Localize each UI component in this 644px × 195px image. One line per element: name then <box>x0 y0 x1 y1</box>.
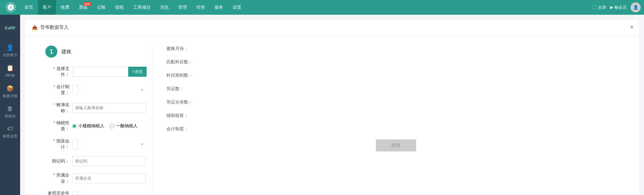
nav-item-service[interactable]: 服务 <box>210 0 228 15</box>
radio-general-input[interactable] <box>110 124 114 128</box>
vip-btn[interactable]: ▶ 畅会员 <box>610 5 627 10</box>
account-name-label: 账簿名称： <box>45 102 72 114</box>
panel-header: 📤 导爷数据导入 × <box>25 20 639 36</box>
info-match-subject: 匹配科目数： <box>166 59 626 65</box>
sidebar-item-all-clients[interactable]: 👤 全部客户 <box>0 41 20 60</box>
tax-type-row: 纳税性质： 小规模纳税人 一般纳税人 <box>45 120 146 132</box>
sidebar-item-tag-settings[interactable]: 🏷 标签设置 <box>0 123 20 141</box>
sidebar: EaRP 👤 全部客户 📋 0申报 📦 账套迁移 🗑 回收站 🏷 标签设置 <box>0 15 20 195</box>
close-button[interactable]: × <box>630 24 634 31</box>
memo-input[interactable] <box>72 156 146 166</box>
subject-init-label: 科目期初数： <box>166 72 197 78</box>
vip-icon: ▶ <box>610 5 613 10</box>
aux-accounting-label: 辅助核算： <box>166 113 197 119</box>
tag-icon: 🏷 <box>7 125 13 132</box>
account-system-row: 会计制度： <box>45 84 146 96</box>
info-aux-accounting: 辅助核算： <box>166 113 626 119</box>
trash-icon: 🗑 <box>7 105 13 112</box>
tax-type-label: 纳税性质： <box>45 120 72 132</box>
step-circle: 1 <box>45 46 57 58</box>
account-name-row: 账簿名称： <box>45 102 146 114</box>
step-label: 建账 <box>61 49 71 55</box>
info-voucher: 凭证数： <box>166 86 626 92</box>
radio-small-taxpayer[interactable]: 小规模纳税人 <box>72 123 104 129</box>
info-account-month: 建账月份： <box>166 46 626 52</box>
accountant-wrapper <box>72 139 146 149</box>
import-panel: 📤 导爷数据导入 × 1 建账 选择文件： +浏览 <box>25 20 639 195</box>
step-section: 1 建账 选择文件： +浏览 会计制度： <box>25 46 153 195</box>
account-name-input[interactable] <box>72 103 146 113</box>
people-icon: 👤 <box>6 44 14 51</box>
account-month-label: 建账月份： <box>166 46 197 52</box>
nav-item-message[interactable]: 消息 <box>155 0 174 15</box>
sidebar-item-label: 回收站 <box>5 114 16 119</box>
nav-item-fee[interactable]: 收费 <box>56 0 74 15</box>
nav-item-tax[interactable]: 报税 <box>110 0 129 15</box>
nav-item-invoice[interactable]: 票据 new <box>74 0 92 15</box>
nav-items: 首页 客户 收费 票据 new 记账 报税 工商项目 消息 管理 经营 服务 设… <box>20 0 593 15</box>
info-subject-init: 科目期初数： <box>166 72 626 78</box>
match-subject-label: 匹配科目数： <box>166 59 197 65</box>
nav-item-home[interactable]: 首页 <box>20 0 38 15</box>
sidebar-item-label: 0申报 <box>5 73 15 78</box>
nav-right: ⛶ 全屏 ▶ 畅会员 👤 <box>593 2 641 12</box>
new-badge: new <box>83 2 91 6</box>
radio-small-input[interactable] <box>72 124 77 128</box>
logo-circle <box>5 2 16 13</box>
file-row: 选择文件： +浏览 <box>45 66 146 78</box>
history-year-select[interactable] <box>72 191 78 195</box>
accounting-system-label: 会计制度： <box>166 126 197 132</box>
history-year-row: 参照历史年度： <box>45 190 146 195</box>
avatar[interactable]: 👤 <box>631 2 641 12</box>
account-system-wrapper <box>72 85 146 95</box>
panel-body: 1 建账 选择文件： +浏览 会计制度： <box>25 36 639 195</box>
sidebar-item-zero-declare[interactable]: 📋 0申报 <box>0 62 20 81</box>
info-voucher-entries: 凭证分录数： <box>166 99 626 105</box>
file-input[interactable] <box>72 67 128 77</box>
voucher-label: 凭证数： <box>166 86 197 92</box>
nav-item-business[interactable]: 工商项目 <box>129 0 155 15</box>
content: 📤 导爷数据导入 × 1 建账 选择文件： +浏览 <box>20 15 644 195</box>
panel-title: 导爷数据导入 <box>40 24 68 30</box>
history-year-wrapper <box>72 191 146 195</box>
account-system-select[interactable] <box>72 85 78 95</box>
main-layout: EaRP 👤 全部客户 📋 0申报 📦 账套迁移 🗑 回收站 🏷 标签设置 📤 … <box>0 15 644 195</box>
browse-button[interactable]: +浏览 <box>128 67 147 77</box>
company-row: 所属企业： <box>45 172 146 184</box>
nav-item-settings[interactable]: 设置 <box>228 0 246 15</box>
file-label: 选择文件： <box>45 66 72 78</box>
logo <box>3 0 18 15</box>
fullscreen-btn[interactable]: ⛶ 全屏 <box>593 5 606 10</box>
avatar-icon: 👤 <box>633 5 638 10</box>
create-account-button[interactable]: 建账 <box>376 139 416 151</box>
topnav: 首页 客户 收费 票据 new 记账 报税 工商项目 消息 管理 经营 服务 设… <box>0 0 644 15</box>
step-header: 1 建账 <box>45 46 146 58</box>
box-icon: 📦 <box>6 85 14 92</box>
sidebar-item-label: 标签设置 <box>3 134 17 139</box>
nav-item-bookkeeping[interactable]: 记账 <box>92 0 110 15</box>
memo-row: 助记码： <box>45 156 146 166</box>
clipboard-icon: 📋 <box>6 64 14 72</box>
sidebar-item-recycle[interactable]: 🗑 回收站 <box>0 103 20 121</box>
account-system-label: 会计制度： <box>45 84 72 96</box>
memo-label: 助记码： <box>45 158 72 164</box>
nav-item-operation[interactable]: 经营 <box>192 0 210 15</box>
info-accounting-system: 会计制度： <box>166 126 626 132</box>
accountant-select[interactable] <box>72 139 78 149</box>
nav-item-client[interactable]: 客户 <box>38 0 56 15</box>
sidebar-logo: EaRP <box>0 18 20 38</box>
fullscreen-icon: ⛶ <box>593 5 597 10</box>
info-section: 建账月份： 匹配科目数： 科目期初数： 凭证数： <box>153 46 639 195</box>
history-year-label: 参照历史年度： <box>45 190 72 195</box>
sidebar-item-label: 账套迁移 <box>3 93 17 99</box>
nav-item-manage[interactable]: 管理 <box>174 0 192 15</box>
accountant-row: 指派会计： <box>45 138 146 150</box>
company-input[interactable] <box>72 173 146 183</box>
sidebar-item-account-migrate[interactable]: 📦 账套迁移 <box>0 82 20 101</box>
tax-type-radio-group: 小规模纳税人 一般纳税人 <box>72 123 146 129</box>
accountant-label: 指派会计： <box>45 138 72 150</box>
radio-general-taxpayer[interactable]: 一般纳税人 <box>110 123 138 129</box>
voucher-entries-label: 凭证分录数： <box>166 99 197 105</box>
import-icon: 📤 <box>32 25 38 30</box>
sidebar-item-label: 全部客户 <box>3 53 17 58</box>
